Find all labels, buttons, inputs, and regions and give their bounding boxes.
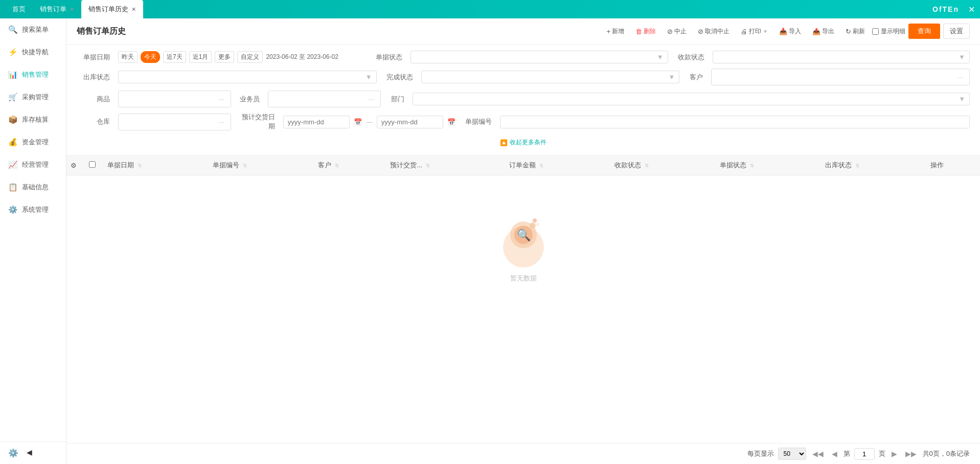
main-layout: 🔍 搜索菜单 ⚡ 快捷导航 📊 销售管理 🛒 采购管理 📦 库存核算 💰 资金管… [0,18,980,464]
date-yesterday[interactable]: 昨天 [118,51,138,63]
date-custom[interactable]: 自定义 [237,51,263,63]
sidebar-item-capital-mgmt[interactable]: 💰 资金管理 [0,131,66,153]
col-order-status[interactable]: 单据状态 ⇅ [716,156,821,175]
table-settings-col[interactable]: ⚙ [66,156,85,175]
page-label-pre: 第 [844,449,850,458]
warehouse-input[interactable] [123,116,217,128]
col-customer[interactable]: 客户 ⇅ [314,156,386,175]
date-label: 单据日期 [77,53,110,62]
tab-sales-order[interactable]: 销售订单 ✕ [33,0,81,18]
query-button[interactable]: 查询 [908,24,940,39]
col-payment-status[interactable]: 收款状态 ⇅ [610,156,716,175]
first-page-btn[interactable]: ◀◀ [810,449,826,459]
calendar-to-icon[interactable]: 📅 [447,118,455,126]
sidebar-item-basic-info[interactable]: 📋 基础信息 [0,176,66,198]
customer-input-group: ··· [711,69,970,85]
print-dropdown-icon: ▼ [763,29,768,34]
tab-home[interactable]: 首页 [5,0,33,18]
table-body: 🔍 暂无数据 [66,175,980,324]
pagination-bar: 每页显示 50 20 100 ◀◀ ◀ 第 页 ▶ ▶▶ 共0页，0条记录 [66,443,980,464]
tab-sales-order-history[interactable]: 销售订单历史 ✕ [81,0,143,18]
page-label: 页 [879,449,885,458]
shipment-status-select[interactable]: ▼ [118,71,377,83]
expected-delivery-label: 预计交货日期 [239,113,275,131]
page-size-select[interactable]: 50 20 100 [778,448,806,460]
filter-row-3: 商品 ··· 业务员 ··· 部门 ▼ [77,91,970,107]
filter-row-1: 单据日期 昨天 今天 近7天 近1月 更多 自定义 2023-06-02 至 2… [77,51,970,63]
salesperson-dots-icon[interactable]: ··· [367,95,376,103]
customer-input[interactable] [716,71,955,83]
sidebar-item-sales-mgmt[interactable]: 📊 销售管理 [0,63,66,86]
col-number[interactable]: 单据编号 ⇅ [209,156,314,175]
select-all-checkbox[interactable] [89,161,96,168]
payment-status-select[interactable]: ▼ [713,51,970,63]
table-checkbox-col[interactable] [85,156,103,175]
sidebar-item-inventory-accounting[interactable]: 📦 库存核算 [0,108,66,131]
setting-button[interactable]: 设置 [943,24,970,39]
sidebar-item-purchase-mgmt[interactable]: 🛒 采购管理 [0,86,66,108]
tab-history-close[interactable]: ✕ [131,6,136,13]
suspend-button[interactable]: ⊘ 中止 [663,25,691,38]
delivery-date-to[interactable] [377,116,443,128]
payment-status-arrow-icon: ▼ [959,53,965,61]
last-page-btn[interactable]: ▶▶ [903,449,919,459]
shipment-status-arrow-icon: ▼ [366,73,372,81]
svg-point-6 [536,223,539,226]
empty-figure: 🔍 [498,210,549,262]
svg-text:🔍: 🔍 [516,228,531,242]
customer-label: 客户 [688,73,703,82]
sales-mgmt-icon: 📊 [8,70,18,79]
col-date[interactable]: 单据日期 ⇅ [103,156,209,175]
tab-sales-order-close[interactable]: ✕ [70,6,74,13]
date-more[interactable]: 更多 [215,51,234,63]
data-table: ⚙ 单据日期 ⇅ 单据编号 ⇅ 客户 ⇅ [66,156,980,324]
sidebar-settings-icon[interactable]: ⚙️ [8,448,18,458]
export-icon: 📤 [812,28,821,35]
prev-page-btn[interactable]: ◀ [830,449,839,459]
warehouse-dots-icon[interactable]: ··· [217,118,226,126]
col-expected-delivery[interactable]: 预计交货... ⇅ [386,156,505,175]
sidebar-item-system-mgmt[interactable]: ⚙️ 系统管理 [0,198,66,221]
customer-dots-icon[interactable]: ··· [955,73,965,81]
goods-input[interactable] [123,93,217,105]
salesperson-input[interactable] [272,93,367,105]
goods-dots-icon[interactable]: ··· [217,95,226,103]
delete-button[interactable]: 🗑 删除 [631,25,660,38]
svg-point-4 [530,223,536,229]
refresh-button[interactable]: ↻ 刷新 [841,25,869,38]
date-today[interactable]: 今天 [141,51,160,63]
window-close-btn[interactable]: ✕ [968,5,975,14]
page-input[interactable] [854,448,875,460]
export-button[interactable]: 📤 导出 [808,25,838,38]
print-button[interactable]: 🖨 打印 ▼ [737,25,772,38]
collapse-button[interactable]: 🔼 收起更多条件 [77,136,970,149]
import-button[interactable]: 📥 导入 [775,25,805,38]
department-select[interactable]: ▼ [413,93,970,105]
col-amount[interactable]: 订单金额 ⇅ [505,156,610,175]
top-bar: 首页 销售订单 ✕ 销售订单历史 ✕ OfTEn ✕ [0,0,980,18]
new-button[interactable]: + 新增 [603,25,629,38]
date-separator: — [366,118,373,126]
sidebar-item-search-menu[interactable]: 🔍 搜索菜单 [0,18,66,41]
col-shipment-status[interactable]: 出库状态 ⇅ [821,156,926,175]
date-1month[interactable]: 近1月 [189,51,212,63]
sidebar-collapse-icon[interactable]: ◀ [27,448,32,458]
display-toggle: 显示明细 [872,27,905,36]
delete-icon: 🗑 [635,28,642,35]
sort-payment-icon: ⇅ [645,163,649,168]
next-page-btn[interactable]: ▶ [890,449,899,459]
completion-status-select[interactable]: ▼ [421,71,680,83]
sort-amount-icon: ⇅ [539,163,543,168]
order-status-select[interactable]: ▼ [411,51,668,63]
order-number-input[interactable] [500,116,970,128]
content-area: 销售订单历史 + 新增 🗑 删除 ⊘ 中止 ⊘ 取消中止 [66,18,980,464]
expected-delivery-group: 📅 — 📅 [283,116,455,128]
date-7days[interactable]: 近7天 [163,51,186,63]
salesperson-label: 业务员 [239,95,260,104]
calendar-from-icon[interactable]: 📅 [354,118,362,126]
display-toggle-checkbox[interactable] [872,28,879,35]
delivery-date-from[interactable] [283,116,350,128]
sidebar-item-quick-nav[interactable]: ⚡ 快捷导航 [0,41,66,63]
sidebar-item-operations-mgmt[interactable]: 📈 经营管理 [0,153,66,176]
cancel-suspend-button[interactable]: ⊘ 取消中止 [694,25,734,38]
